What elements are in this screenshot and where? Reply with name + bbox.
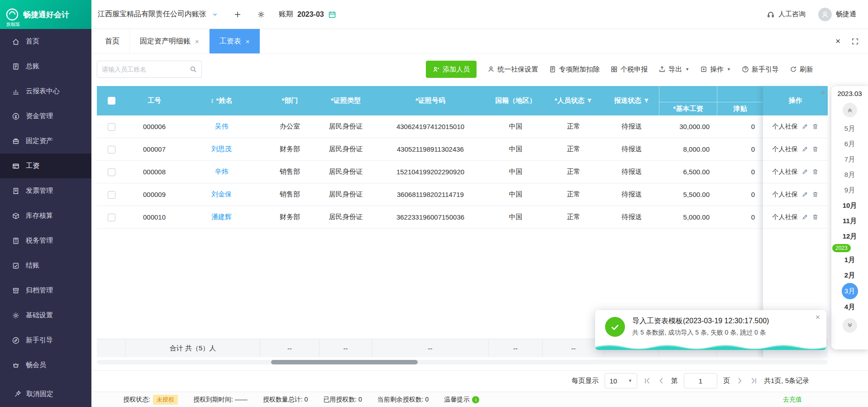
month-item[interactable]: 6月 — [842, 136, 858, 152]
month-item[interactable]: 12月 — [842, 229, 858, 244]
sidebar-item-member[interactable]: 畅会员 — [0, 353, 91, 378]
scrollbar-thumb[interactable] — [271, 360, 418, 364]
company-name: 江西服宝精品有限责任公司内账张 — [98, 10, 206, 19]
edit-icon[interactable] — [801, 123, 808, 130]
special-deduction-button[interactable]: 专项附加扣除 — [549, 65, 600, 74]
username: 畅捷通 — [836, 10, 856, 19]
social-security-settings-button[interactable]: 统一社保设置 — [487, 65, 538, 74]
people-icon — [487, 66, 495, 73]
sort-icon[interactable]: ▲▼ — [211, 98, 214, 104]
cell-name-link[interactable]: 吴伟 — [183, 122, 260, 131]
collapse-month-rail-icon[interactable]: » — [821, 88, 825, 97]
row-checkbox[interactable] — [108, 191, 115, 199]
last-page-icon[interactable] — [750, 377, 758, 385]
tab-close-icon[interactable]: × — [195, 38, 199, 45]
guide-button[interactable]: 新手引导 — [742, 65, 779, 74]
personal-social-security-link[interactable]: 个人社保 — [773, 191, 798, 199]
sidebar-item-tax[interactable]: 税务管理 — [0, 228, 91, 253]
tab-salary-table[interactable]: 工资表 × — [210, 29, 260, 53]
cell-name-link[interactable]: 刘思茂 — [183, 145, 260, 153]
filter-icon[interactable] — [644, 98, 649, 104]
add-employee-button[interactable]: 添加人员 — [426, 61, 477, 78]
cell-name-link[interactable]: 潘建辉 — [183, 213, 260, 221]
info-icon[interactable]: i — [472, 396, 479, 403]
month-item[interactable]: 4月 — [842, 299, 858, 315]
cell-base-salary: 6,500.00 — [659, 168, 717, 176]
month-item[interactable]: 5月 — [842, 121, 858, 136]
filter-icon[interactable] — [587, 98, 592, 104]
search-icon[interactable] — [190, 66, 197, 73]
sidebar-item-salary[interactable]: 工资 — [0, 153, 91, 178]
first-page-icon[interactable] — [643, 377, 651, 385]
sidebar-item-guide[interactable]: 新手引导 — [0, 328, 91, 353]
close-all-icon[interactable]: × — [835, 36, 840, 46]
tax-filing-button[interactable]: 个税申报 — [610, 65, 648, 74]
personal-social-security-link[interactable]: 个人社保 — [773, 123, 798, 131]
prev-page-icon[interactable] — [657, 377, 665, 385]
month-item[interactable]: 9月 — [842, 182, 858, 198]
sidebar-item-settings[interactable]: 基础设置 — [0, 303, 91, 328]
personal-social-security-link[interactable]: 个人社保 — [773, 145, 798, 153]
month-item[interactable]: 8月 — [842, 167, 858, 182]
tab-close-icon[interactable]: × — [246, 38, 250, 45]
user-menu[interactable]: 畅捷通 — [818, 8, 856, 21]
add-account-button[interactable] — [234, 10, 242, 19]
refresh-button[interactable]: 刷新 — [790, 65, 813, 74]
personal-social-security-link[interactable]: 个人社保 — [773, 168, 798, 176]
edit-icon[interactable] — [801, 191, 808, 198]
accounting-period[interactable]: 账期 2023-03 — [279, 10, 336, 19]
select-all-checkbox[interactable] — [108, 97, 115, 105]
month-item[interactable]: 1月 — [842, 252, 858, 268]
cell-base-salary: 5,000.00 — [659, 213, 717, 221]
edit-icon[interactable] — [801, 168, 808, 175]
cell-name-link[interactable]: 辛炜 — [183, 168, 260, 176]
delete-icon[interactable] — [812, 123, 819, 130]
sidebar-item-cloud-reports[interactable]: 云报表中心 — [0, 79, 91, 104]
row-checkbox[interactable] — [108, 214, 115, 221]
sidebar-item-invoices[interactable]: 发票管理 — [0, 178, 91, 203]
scroll-months-up-button[interactable] — [843, 103, 857, 117]
fullscreen-icon[interactable] — [851, 38, 859, 45]
tab-fixed-asset-ledger[interactable]: 固定资产明细账 × — [130, 29, 210, 53]
month-item[interactable]: 10月 — [842, 198, 858, 213]
row-checkbox[interactable] — [108, 123, 115, 131]
page-number-input[interactable] — [684, 373, 717, 388]
month-item[interactable]: 2月 — [842, 268, 858, 283]
row-checkbox[interactable] — [108, 168, 115, 176]
cell-name-link[interactable]: 刘金保 — [183, 190, 260, 199]
toast-close-icon[interactable]: × — [816, 313, 820, 322]
search-input[interactable] — [102, 66, 190, 73]
tab-home[interactable]: 首页 — [95, 29, 130, 53]
scroll-months-down-button[interactable] — [843, 318, 857, 333]
month-item-selected[interactable]: 3月 — [842, 283, 858, 299]
sidebar-item-home[interactable]: 首页 — [0, 29, 91, 54]
row-checkbox[interactable] — [108, 146, 115, 153]
support-button[interactable]: 人工咨询 — [767, 10, 806, 19]
sidebar-item-archive[interactable]: 归档管理 — [0, 278, 91, 303]
edit-icon[interactable] — [801, 146, 808, 153]
delete-icon[interactable] — [812, 168, 819, 175]
month-item[interactable]: 11月 — [842, 213, 858, 229]
company-selector[interactable]: 江西服宝精品有限责任公司内账张 — [98, 10, 218, 19]
horizontal-scrollbar[interactable] — [97, 360, 828, 364]
sidebar-item-fixed-assets[interactable]: 固定资产 — [0, 129, 91, 153]
unpin-sidebar-button[interactable]: 取消固定 — [0, 384, 91, 403]
sidebar-item-funds[interactable]: 资金管理 — [0, 104, 91, 129]
sidebar-item-closing[interactable]: 结账 — [0, 253, 91, 278]
delete-icon[interactable] — [812, 191, 819, 198]
sidebar-item-label: 首页 — [26, 37, 39, 46]
page-size-select[interactable]: 10 ▼ — [605, 373, 637, 388]
operations-button[interactable]: 操作 ▼ — [700, 65, 731, 74]
edit-icon[interactable] — [801, 214, 808, 220]
personal-social-security-link[interactable]: 个人社保 — [773, 213, 798, 221]
delete-icon[interactable] — [812, 146, 819, 153]
month-item[interactable]: 7月 — [842, 152, 858, 167]
recharge-link[interactable]: 去充值 — [783, 396, 802, 404]
next-page-icon[interactable] — [736, 377, 744, 385]
sidebar-item-general-ledger[interactable]: 总账 — [0, 54, 91, 79]
export-button[interactable]: 导出 ▼ — [658, 65, 689, 74]
account-settings-button[interactable] — [257, 10, 265, 19]
sidebar-item-inventory[interactable]: 库存核算 — [0, 203, 91, 228]
cell-department: 办公室 — [260, 122, 320, 131]
delete-icon[interactable] — [812, 214, 819, 220]
